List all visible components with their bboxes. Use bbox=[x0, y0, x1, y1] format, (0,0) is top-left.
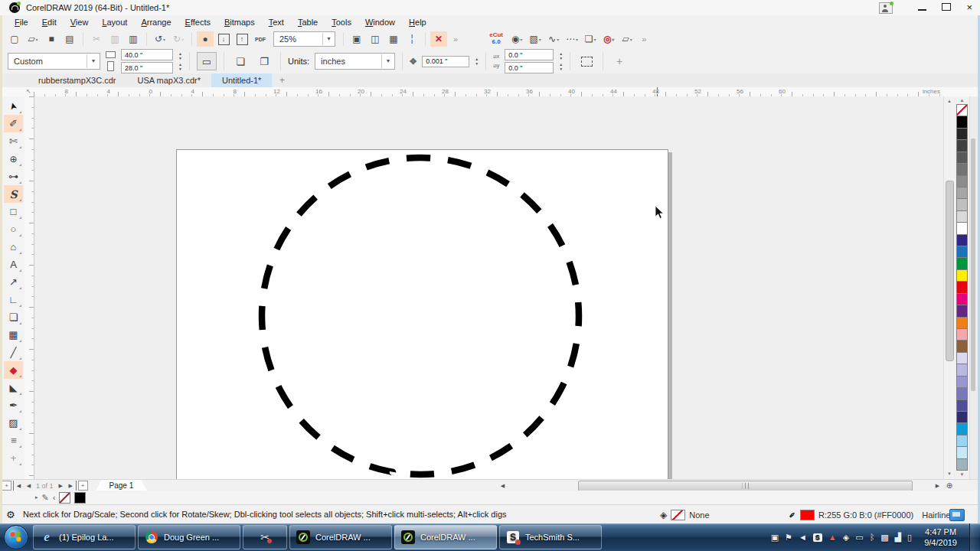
paint-bucket-tool[interactable]: ◣ bbox=[4, 379, 23, 396]
color-eyedropper-tool[interactable]: ╱ bbox=[4, 344, 23, 361]
doc-swatch-black[interactable] bbox=[74, 492, 86, 504]
menu-help[interactable]: Help bbox=[402, 15, 433, 29]
ecut-launch-button[interactable]: ✕ bbox=[430, 31, 447, 47]
palette-swatch-e6007e[interactable] bbox=[956, 293, 968, 305]
add-page-start-button[interactable]: + bbox=[2, 481, 11, 491]
current-page-button[interactable]: ❐ bbox=[255, 53, 273, 70]
plugin-button-1[interactable]: ◉▾ bbox=[508, 31, 525, 47]
taskbar-coreldraw-button-1[interactable]: CorelDRAW ... bbox=[289, 525, 392, 549]
palette-scrollbar[interactable] bbox=[969, 96, 977, 479]
menu-window[interactable]: Window bbox=[358, 15, 402, 29]
minimize-button[interactable] bbox=[918, 0, 926, 15]
connector-tool[interactable]: ∟ bbox=[4, 291, 23, 308]
palette-swatch-e30613[interactable] bbox=[956, 281, 968, 293]
export-button[interactable]: ↑ bbox=[234, 31, 250, 47]
navigator-zoom-icon[interactable]: ⊕ bbox=[944, 481, 955, 490]
taskbar-snipping-button[interactable]: ✂ bbox=[243, 525, 287, 549]
plugin-button-5[interactable]: ❏▾ bbox=[582, 31, 599, 47]
polygon-tool[interactable]: ⌂ bbox=[4, 238, 23, 256]
shape-tool[interactable]: ✐ bbox=[4, 115, 23, 132]
bluetooth-icon[interactable]: ᛒ bbox=[870, 533, 875, 542]
document-tab-2[interactable]: USA mapX3.cdr* bbox=[127, 73, 212, 87]
palette-swatch-8c6239[interactable] bbox=[956, 340, 968, 352]
palette-swatch-262626[interactable] bbox=[956, 128, 968, 140]
palette-swatch-b9b9e2[interactable] bbox=[956, 364, 968, 376]
scroll-right-icon[interactable]: ▶ bbox=[933, 481, 942, 491]
taskbar-clock[interactable]: 4:47 PM 9/4/2019 bbox=[918, 527, 963, 548]
palette-swatch-404040[interactable] bbox=[956, 139, 968, 152]
display-tray-icon[interactable]: ▭ bbox=[855, 533, 863, 542]
ecut-badge[interactable]: eCut6.0 bbox=[485, 32, 507, 46]
page-width-spinner[interactable]: ▲▼ bbox=[178, 52, 182, 60]
first-page-button[interactable]: ◀ bbox=[13, 481, 24, 491]
document-tab-3[interactable]: Untitled-1* bbox=[211, 73, 272, 87]
show-rulers-button[interactable]: ◫ bbox=[367, 31, 384, 47]
account-icon[interactable] bbox=[879, 2, 893, 14]
open-button[interactable]: ▱▾ bbox=[24, 31, 41, 47]
menu-file[interactable]: File bbox=[8, 15, 35, 29]
previous-page-button[interactable]: ◀ bbox=[24, 481, 34, 491]
palette-swatch-4f4f97[interactable] bbox=[956, 399, 968, 412]
toolbar-overflow-icon[interactable]: » bbox=[637, 34, 651, 44]
page-height-spinner[interactable]: ▲▼ bbox=[178, 63, 182, 71]
palette-swatch-ef7f1a[interactable] bbox=[956, 317, 968, 329]
palette-swatch-2e2e6e[interactable] bbox=[956, 411, 968, 423]
outline-pen-tool[interactable]: ✒ bbox=[4, 396, 23, 414]
close-button[interactable]: × bbox=[966, 0, 972, 15]
plugin-button-6[interactable]: ◎▾ bbox=[600, 31, 617, 47]
taskbar-ie-button[interactable]: e(1) Epilog La... bbox=[33, 525, 136, 549]
status-settings-gear-icon[interactable]: ⚙ bbox=[6, 505, 15, 524]
add-page-end-button[interactable]: + bbox=[78, 481, 88, 491]
redo-button[interactable]: ↻▾ bbox=[170, 31, 187, 47]
start-button[interactable] bbox=[4, 525, 28, 549]
zoom-tool[interactable]: ⊕ bbox=[4, 150, 23, 168]
smart-fill-tool[interactable]: ◆ bbox=[4, 361, 23, 379]
taskbar-chrome-button[interactable]: Doug Green ... bbox=[138, 525, 240, 549]
palette-swatch-f5a8ab[interactable] bbox=[956, 328, 968, 341]
duplicate-x-spinner[interactable]: ▲▼ bbox=[559, 52, 563, 60]
acrobat-tray-icon[interactable]: ▲ bbox=[828, 533, 837, 542]
chevron-left-icon[interactable]: ‹ bbox=[53, 493, 56, 502]
crop-tool[interactable]: ✄ bbox=[4, 132, 23, 150]
zoom-level-combo[interactable]: 25%▾ bbox=[273, 31, 335, 47]
plugin-button-4[interactable]: ⋯▾ bbox=[564, 31, 580, 47]
print-button[interactable]: ▤ bbox=[61, 31, 78, 47]
next-page-button[interactable]: ▶ bbox=[56, 481, 66, 491]
document-page[interactable] bbox=[176, 149, 668, 479]
pick-tool[interactable]: ➤ bbox=[4, 97, 23, 115]
cut-button[interactable]: ✂ bbox=[88, 31, 105, 47]
flyout-arrow-icon[interactable]: ▸ bbox=[35, 494, 38, 500]
show-desktop-button[interactable] bbox=[969, 523, 978, 551]
palette-swatch-d9d9d9[interactable] bbox=[956, 210, 968, 223]
page-tab[interactable]: Page 1 bbox=[96, 480, 148, 491]
menu-arrange[interactable]: Arrange bbox=[134, 15, 178, 29]
palette-scroll-down-icon[interactable]: ▼ bbox=[960, 471, 965, 479]
palette-swatch-000000[interactable] bbox=[956, 116, 968, 128]
palette-swatch-ffffff[interactable] bbox=[956, 222, 968, 234]
save-button[interactable]: ■ bbox=[43, 31, 60, 47]
menu-layout[interactable]: Layout bbox=[95, 15, 134, 29]
copy-button[interactable]: ▥ bbox=[106, 31, 123, 47]
fill-tool[interactable]: ▨ bbox=[4, 414, 23, 432]
text-tool[interactable]: A bbox=[4, 256, 23, 273]
action-center-icon[interactable]: ⚑ bbox=[785, 533, 792, 542]
palette-swatch-none[interactable] bbox=[956, 104, 968, 116]
safely-remove-icon[interactable]: ◈ bbox=[843, 533, 849, 542]
nudge-spinner[interactable]: ▲▼ bbox=[475, 57, 479, 66]
fullscreen-preview-button[interactable]: ▣ bbox=[348, 31, 365, 47]
scroll-down-icon[interactable]: ▼ bbox=[944, 469, 955, 479]
menu-view[interactable]: View bbox=[64, 15, 96, 29]
rectangle-tool[interactable]: □ bbox=[4, 203, 23, 220]
menu-effects[interactable]: Effects bbox=[178, 15, 217, 29]
palette-swatch-009640[interactable] bbox=[956, 257, 968, 269]
page-height-input[interactable]: 28.0 " bbox=[121, 62, 173, 73]
battery-icon[interactable]: ▯ bbox=[907, 533, 912, 542]
freehand-tool[interactable]: ⊶ bbox=[4, 168, 23, 185]
toolbar-overflow-icon[interactable]: » bbox=[449, 34, 462, 44]
welcome-screen-button[interactable]: ● bbox=[197, 31, 214, 47]
duplicate-y-input[interactable]: 0.0 " bbox=[505, 62, 554, 73]
palette-swatch-8c8c8c[interactable] bbox=[956, 175, 968, 187]
taskbar-coreldraw-button-2[interactable]: CorelDRAW ... bbox=[394, 525, 497, 549]
show-grid-button[interactable]: ▦ bbox=[385, 31, 402, 47]
scroll-left-icon[interactable]: ◀ bbox=[498, 481, 508, 491]
